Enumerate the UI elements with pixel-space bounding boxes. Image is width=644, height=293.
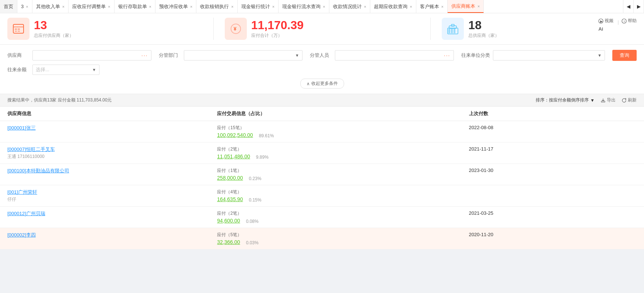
- nav-cash-bank-stat[interactable]: 现金银行统计 ×: [238, 0, 279, 13]
- trans-label-4: 应付（2笔）: [217, 210, 469, 217]
- payable-total-label: 应付合计（万）: [251, 32, 304, 39]
- unit-chevron-icon: ▼: [598, 53, 602, 58]
- close-icon[interactable]: ×: [441, 4, 444, 9]
- balance-input[interactable]: 选择... ▼: [32, 65, 99, 75]
- trans-amount-1[interactable]: 11,051,486.00: [217, 154, 250, 159]
- trans-amount-2[interactable]: 258,000.00: [217, 175, 243, 181]
- payable-total-number: 11,170.39: [251, 19, 304, 32]
- svg-text:▶: ▶: [600, 20, 603, 23]
- stat-divider-1: [213, 18, 214, 40]
- person-filter-item: 分管人员 ···: [310, 50, 454, 61]
- stat-divider-2: [430, 18, 431, 40]
- person-dots-icon[interactable]: ···: [444, 52, 451, 58]
- close-icon[interactable]: ×: [190, 4, 192, 9]
- close-icon[interactable]: ×: [26, 4, 28, 9]
- supplier-sub-1: 王通 17106110000: [7, 154, 217, 160]
- trans-percent-1: 9.89%: [256, 155, 269, 160]
- transaction-info-1: 应付（2笔） 11,051,486.00 9.89%: [217, 146, 469, 160]
- trans-percent-0: 89.61%: [259, 133, 274, 138]
- svg-text:¥: ¥: [234, 26, 237, 32]
- table-row: [000002]李四 应付（5笔） 32,366.00 0.03% 2020-1…: [0, 228, 644, 249]
- nav-bank-deposit[interactable]: 银行存取款单 ×: [115, 0, 155, 13]
- nav-next-arrow[interactable]: ▶: [634, 0, 644, 13]
- table-row: [000100]本特勤油品有限公司 应付（1笔） 258,000.00 0.23…: [0, 164, 644, 185]
- dept-filter-label: 分管部门: [159, 52, 181, 59]
- col-header-supplier: 供应商信息: [7, 110, 217, 117]
- dept-filter-item: 分管部门 ▼: [159, 50, 303, 61]
- supplier-link-4[interactable]: [000012]广州贝瑞: [7, 211, 45, 216]
- nav-supplier-ledger[interactable]: 供应商账本 ×: [448, 0, 484, 13]
- close-icon[interactable]: ×: [62, 4, 64, 9]
- chevron-up-icon: ∧: [307, 81, 310, 86]
- nav-overdue-ar[interactable]: 超期应收款查询 ×: [370, 0, 416, 13]
- payable-total-icon: ¥: [225, 18, 247, 40]
- trans-label-0: 应付（15笔）: [217, 125, 469, 131]
- close-icon[interactable]: ×: [149, 4, 151, 9]
- trans-label-1: 应付（2笔）: [217, 146, 469, 152]
- trans-amount-3[interactable]: 164,635.90: [217, 196, 243, 202]
- close-icon[interactable]: ×: [272, 4, 274, 9]
- supplier-link-2[interactable]: [000100]本特勤油品有限公司: [7, 168, 69, 173]
- supplier-link-0[interactable]: [000001]张三: [7, 125, 36, 131]
- sort-chevron-icon: ▼: [590, 98, 595, 103]
- supplier-info-0: [000001]张三: [7, 125, 217, 131]
- nav-prepaid-collection[interactable]: 预收冲应收单 ×: [155, 0, 196, 13]
- help-link[interactable]: 帮助: [628, 18, 637, 24]
- refresh-button[interactable]: 刷新: [622, 97, 637, 103]
- svg-rect-4: [15, 31, 17, 32]
- trans-amount-5[interactable]: 32,366.00: [217, 239, 240, 245]
- close-icon[interactable]: ×: [477, 4, 480, 8]
- result-summary: 搜索结果中，供应商13家 应付金额 111,703,854.00元: [7, 97, 112, 103]
- payable-suppliers-icon: [7, 18, 29, 40]
- trans-amount-0[interactable]: 100,092,540.00: [217, 132, 253, 138]
- col-header-lastpay: 上次付数: [469, 110, 637, 117]
- svg-rect-3: [18, 28, 20, 30]
- transaction-info-4: 应付（2笔） 94,600.00 0.08%: [217, 210, 469, 224]
- nav-customer-ledger[interactable]: 客户账本 ×: [416, 0, 448, 13]
- stat-payable-total: ¥ 11,170.39 应付合计（万）: [225, 18, 420, 40]
- supplier-filter-label: 供应商: [7, 52, 29, 59]
- nav-collection-execute[interactable]: 收款核销执行 ×: [196, 0, 237, 13]
- nav-other-income[interactable]: 其他收入单 ×: [32, 0, 69, 13]
- close-icon[interactable]: ×: [364, 4, 366, 9]
- unit-category-label: 往来单位分类: [461, 52, 490, 59]
- total-suppliers-icon: [442, 18, 464, 40]
- export-button[interactable]: 导出: [601, 97, 616, 103]
- person-input[interactable]: ···: [335, 50, 454, 61]
- video-link[interactable]: 视频: [605, 18, 613, 24]
- svg-rect-5: [18, 31, 20, 32]
- nav-cash-bank-flow[interactable]: 现金银行流水查询 ×: [279, 0, 329, 13]
- close-icon[interactable]: ×: [323, 4, 325, 9]
- table-row: [001]广州荣轩 仔仔 应付（4笔） 164,635.90 0.15%: [0, 185, 644, 207]
- trans-percent-2: 0.23%: [249, 176, 261, 181]
- nav-prev-arrow[interactable]: ◀: [623, 0, 634, 13]
- supplier-link-5[interactable]: [000002]李四: [7, 232, 36, 238]
- search-button[interactable]: 查询: [612, 50, 637, 61]
- nav-home[interactable]: 首页: [0, 0, 17, 13]
- collapse-button[interactable]: ∧ 收起更多条件: [300, 79, 344, 89]
- nav-ar-ap-adjust[interactable]: 应收应付调整单 ×: [69, 0, 114, 13]
- ai-button[interactable]: Ai: [598, 26, 637, 32]
- dept-input[interactable]: ▼: [184, 50, 303, 61]
- supplier-info-1: [000007]恒旺二手叉车 王通 17106110000: [7, 146, 217, 160]
- unit-category-filter-item: 往来单位分类 ▼: [461, 50, 605, 61]
- trans-percent-4: 0.08%: [246, 219, 259, 224]
- close-icon[interactable]: ×: [410, 4, 412, 9]
- result-bar-right: 排序：按应付余额倒序排序 ▼ 导出 刷新: [536, 97, 637, 103]
- sort-dropdown[interactable]: 排序：按应付余额倒序排序 ▼: [536, 97, 595, 103]
- supplier-dots-icon[interactable]: ···: [141, 52, 148, 58]
- unit-category-input[interactable]: ▼: [493, 50, 605, 61]
- supplier-link-1[interactable]: [000007]恒旺二手叉车: [7, 146, 55, 152]
- trans-label-2: 应付（1笔）: [217, 168, 469, 174]
- svg-rect-9: [448, 29, 450, 33]
- stat-payable-suppliers: 13 总应付供应商（家）: [7, 18, 202, 40]
- trans-amount-4[interactable]: 94,600.00: [217, 218, 240, 224]
- nav-collection-stat[interactable]: 收款情况统计 ×: [329, 0, 370, 13]
- close-icon[interactable]: ×: [231, 4, 233, 9]
- transaction-info-5: 应付（5笔） 32,366.00 0.03%: [217, 232, 469, 245]
- top-navigation: 首页 3 × 其他收入单 × 应收应付调整单 × 银行存取款单 × 预收冲应收单…: [0, 0, 644, 13]
- supplier-input[interactable]: ···: [32, 50, 151, 61]
- nav-tab-3[interactable]: 3 ×: [17, 0, 32, 13]
- supplier-link-3[interactable]: [001]广州荣轩: [7, 189, 37, 195]
- close-icon[interactable]: ×: [108, 4, 110, 9]
